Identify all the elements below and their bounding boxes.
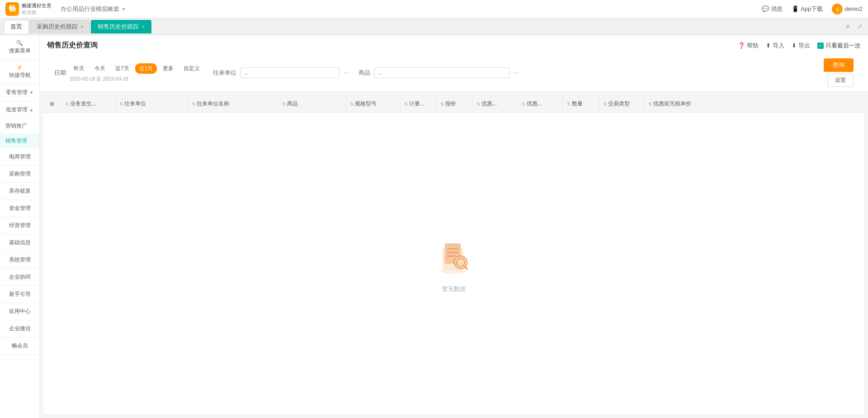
- app-title-area[interactable]: 办公用品行业模拟账套 ▼: [61, 5, 126, 13]
- content-area: 销售历史价查询 ❓ 帮助 ⬆ 导入 ⬇ 导出 ✓: [40, 35, 868, 418]
- import-btn[interactable]: ⬆ 导入: [766, 42, 784, 50]
- import-icon: ⬆: [766, 42, 771, 49]
- th-partner[interactable]: ⇅ 往来单位: [116, 95, 188, 112]
- sidebar-item-enterprise[interactable]: 企业协同: [0, 269, 39, 286]
- query-button[interactable]: 查询: [824, 58, 854, 72]
- help-btn[interactable]: ❓ 帮助: [738, 42, 759, 50]
- th-pretax[interactable]: ⇅ 优惠前无税单价: [645, 95, 864, 112]
- table-container: ⚙ ⇅ 业务发生... ⇅ 往来单位 ⇅ 往来单位名称 ⇅ 商品: [43, 95, 864, 414]
- sort-icon-trade: ⇅: [603, 101, 607, 106]
- date-range-text: 2023-02-18 至 2023-03-18: [70, 76, 204, 82]
- sidebar-item-system[interactable]: 系统管理: [0, 252, 39, 269]
- tab-sales-history[interactable]: 销售历史价跟踪 ×: [91, 20, 151, 33]
- app-title: 办公用品行业模拟账套: [61, 5, 119, 13]
- date-1month[interactable]: 近1月: [135, 63, 157, 74]
- date-options-group: 昨天 今天 近7天 近1月 更多 自定义 2023-02-18 至 2023-0…: [70, 63, 204, 82]
- sort-icon-discount1: ⇅: [476, 101, 480, 106]
- export-icon: ⬇: [792, 42, 797, 49]
- partner-dots-btn[interactable]: ···: [343, 69, 349, 77]
- dropdown-icon[interactable]: ▼: [121, 6, 126, 12]
- sidebar-item-purchase[interactable]: 采购管理: [0, 166, 39, 183]
- date-more[interactable]: 更多: [159, 63, 178, 74]
- page-actions: ❓ 帮助 ⬆ 导入 ⬇ 导出 ✓ 只看最后一次: [738, 42, 861, 50]
- retail-arrow-icon: ▼: [29, 90, 34, 95]
- date-today[interactable]: 今天: [90, 63, 109, 74]
- th-quote[interactable]: ⇅ 报价: [437, 95, 473, 112]
- message-icon: 💬: [762, 5, 769, 12]
- user-menu[interactable]: d demo2: [832, 4, 863, 14]
- th-trade-type[interactable]: ⇅ 交易类型: [599, 95, 645, 112]
- sidebar-item-ecommerce[interactable]: 电商管理: [0, 148, 39, 166]
- close-window-btn[interactable]: ×: [844, 23, 852, 31]
- app-download-btn[interactable]: 📱 App下载: [792, 5, 823, 13]
- logo-area: 畅 畅捷通好生意 标准版: [5, 2, 52, 16]
- th-qty[interactable]: ⇅ 数量: [563, 95, 599, 112]
- settings-button[interactable]: 设置: [827, 74, 854, 87]
- sidebar-item-finance[interactable]: 资金管理: [0, 200, 39, 217]
- sort-icon-qty: ⇅: [567, 101, 571, 106]
- filter-bar: 日期 昨天 今天 近7天 近1月 更多 自定义 2023-02-18 至 202…: [47, 55, 861, 91]
- download-icon: 📱: [792, 5, 799, 12]
- message-btn[interactable]: 💬 消息: [762, 5, 783, 13]
- sidebar-item-inventory[interactable]: 库存核算: [0, 183, 39, 200]
- date-custom[interactable]: 自定义: [179, 63, 204, 74]
- tab-purchase-history[interactable]: 采购历史价跟踪 ×: [30, 20, 90, 33]
- only-last-checkbox-label[interactable]: ✓ 只看最后一次: [817, 42, 861, 50]
- logo-text: 畅捷通好生意 标准版: [22, 2, 52, 15]
- page-title-row: 销售历史价查询 ❓ 帮助 ⬆ 导入 ⬇ 导出 ✓: [47, 41, 861, 50]
- th-date[interactable]: ⇅ 业务发生...: [61, 95, 116, 112]
- export-btn[interactable]: ⬇ 导出: [792, 42, 810, 50]
- goods-dots-btn[interactable]: ···: [513, 69, 519, 77]
- partner-input[interactable]: [240, 67, 340, 78]
- table-header: ⚙ ⇅ 业务发生... ⇅ 往来单位 ⇅ 往来单位名称 ⇅ 商品: [43, 95, 864, 113]
- th-goods[interactable]: ⇅ 商品: [278, 95, 346, 112]
- th-discount2[interactable]: ⇅ 优惠...: [518, 95, 563, 112]
- th-spec[interactable]: ⇅ 规格型号: [346, 95, 401, 112]
- goods-label: 商品: [359, 69, 370, 77]
- sidebar-item-app-center[interactable]: 应用中心: [0, 303, 39, 320]
- sidebar-item-retail[interactable]: 零售管理 ▼: [0, 84, 39, 101]
- date-7days[interactable]: 近7天: [111, 63, 133, 74]
- only-last-checkbox[interactable]: ✓: [817, 43, 824, 49]
- page-title: 销售历史价查询: [47, 41, 98, 50]
- sidebar-item-marketing[interactable]: 营销推广: [0, 119, 39, 133]
- tab-home[interactable]: 首页: [4, 20, 29, 33]
- empty-illustration: [431, 234, 476, 280]
- th-gear[interactable]: ⚙: [43, 95, 61, 112]
- date-options: 昨天 今天 近7天 近1月 更多 自定义: [70, 63, 204, 74]
- th-partner-name[interactable]: ⇅ 往来单位名称: [188, 95, 278, 112]
- logo-icon: 畅: [5, 2, 19, 16]
- nav-icon: ⚡: [16, 64, 23, 71]
- empty-state: 暂无数据: [43, 113, 864, 414]
- gear-icon[interactable]: ⚙: [50, 101, 55, 107]
- sidebar-item-basic-info[interactable]: 基础信息: [0, 234, 39, 252]
- sort-icon-date: ⇅: [65, 101, 69, 106]
- partner-filter-group: 往来单位 ···: [213, 67, 349, 78]
- goods-input[interactable]: [374, 67, 509, 78]
- sidebar-item-quick-nav[interactable]: ⚡ 快捷导航: [0, 60, 39, 84]
- page-header: 销售历史价查询 ❓ 帮助 ⬆ 导入 ⬇ 导出 ✓: [40, 35, 868, 92]
- sort-icon-discount2: ⇅: [522, 101, 525, 106]
- maximize-window-btn[interactable]: ⤢: [855, 23, 864, 31]
- date-yesterday[interactable]: 昨天: [70, 63, 89, 74]
- avatar: d: [832, 4, 843, 14]
- sidebar-item-operations[interactable]: 经营管理: [0, 217, 39, 234]
- sidebar-item-member[interactable]: 畅会员: [0, 337, 39, 355]
- main-layout: 🔍 搜索菜单 ⚡ 快捷导航 零售管理 ▼ 批发管理 ▲ 营销推广 销售管理 电商…: [0, 35, 868, 418]
- sidebar-item-search[interactable]: 🔍 搜索菜单: [0, 35, 39, 60]
- search-icon: 🔍: [16, 40, 23, 46]
- sort-icon-goods: ⇅: [282, 101, 286, 106]
- tab-purchase-close[interactable]: ×: [80, 24, 83, 29]
- sort-icon-partner-name: ⇅: [192, 101, 195, 106]
- th-discount1[interactable]: ⇅ 优惠...: [473, 95, 518, 112]
- sidebar-item-wholesale[interactable]: 批发管理 ▲: [0, 101, 39, 119]
- sidebar-item-wechat[interactable]: 企业微信: [0, 320, 39, 337]
- help-icon: ❓: [738, 42, 745, 49]
- tab-sales-close[interactable]: ×: [142, 24, 144, 29]
- goods-filter-group: 商品 ···: [359, 67, 519, 78]
- sidebar-item-guide[interactable]: 新手引导: [0, 286, 39, 303]
- filter-right-actions: 查询 设置: [824, 58, 854, 87]
- sort-icon-quote: ⇅: [440, 101, 444, 106]
- th-unit[interactable]: ⇅ 计量...: [401, 95, 437, 112]
- sidebar-item-sales-mgmt[interactable]: 销售管理: [0, 133, 39, 148]
